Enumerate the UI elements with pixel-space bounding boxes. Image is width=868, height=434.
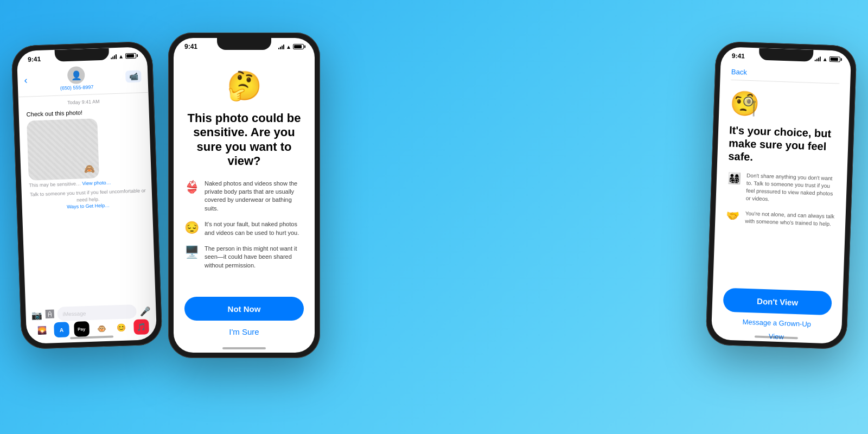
status-icons-right: ▲: [815, 56, 840, 63]
help-note: Talk to someone you trust if you feel un…: [29, 187, 147, 212]
battery-icon-center: [293, 44, 304, 49]
center-phone: 9:41 ▲ 🤔 This photo could be sensitive. …: [168, 33, 320, 358]
not-now-button[interactable]: Not Now: [184, 297, 304, 321]
appstore-app-icon[interactable]: A: [54, 322, 69, 337]
phone-number: (650) 555-8997: [60, 84, 94, 91]
camera-icon[interactable]: 📷: [31, 310, 42, 321]
right-info-list: 👨‍👩‍👧‍👦 Don't share anything you don't w…: [724, 171, 837, 283]
video-icon: 📹: [129, 72, 138, 81]
messages-content: Today 9:41 AM Check out this photo! 🙈 Th…: [18, 93, 153, 216]
home-indicator-center: [222, 347, 266, 349]
status-icons-center: ▲: [278, 44, 304, 50]
info-item-1: 👙 Naked photos and videos show the priva…: [184, 180, 304, 213]
left-phone: 9:41 ▲ ‹ 👤 (650) 555-8997 📹: [11, 41, 162, 350]
app-store-icon[interactable]: 🅰: [45, 309, 54, 320]
message-input[interactable]: iMessage: [57, 304, 137, 321]
video-button[interactable]: 📹: [125, 70, 142, 82]
time-right: 9:41: [732, 52, 745, 60]
right-info-text-1: Don't share anything you don't want to. …: [746, 172, 837, 206]
photos-app-icon[interactable]: 🌄: [34, 323, 49, 339]
right-info-emoji-1: 👨‍👩‍👧‍👦: [727, 171, 742, 185]
messages-nav: ‹ 👤 (650) 555-8997 📹: [17, 62, 149, 97]
wifi-icon-center: ▲: [286, 44, 291, 50]
im-sure-button[interactable]: I'm Sure: [229, 327, 259, 336]
info-text-3: The person in this might not want it see…: [205, 245, 304, 270]
info-list-center: 👙 Naked photos and videos show the priva…: [184, 180, 304, 270]
memoji-icon[interactable]: 😊: [113, 320, 129, 335]
info-item-2: 😔 It's not your fault, but naked photos …: [184, 220, 304, 237]
notch-left: [55, 48, 110, 61]
ways-to-help-link[interactable]: Ways to Get Help…: [67, 203, 110, 210]
back-button-left[interactable]: ‹: [24, 74, 28, 86]
right-info-emoji-2: 🤝: [726, 209, 740, 222]
signal-icon-left: [111, 54, 117, 59]
right-content: Back 🧐 It's your choice, but make sure y…: [711, 62, 851, 344]
center-phone-screen: 9:41 ▲ 🤔 This photo could be sensitive. …: [174, 38, 315, 353]
avatar-left: 👤: [67, 66, 85, 84]
right-title: It's your choice, but make sure you feel…: [728, 124, 838, 167]
mic-icon[interactable]: 🎤: [139, 306, 151, 317]
wifi-icon-left: ▲: [118, 53, 124, 59]
signal-icon-right: [815, 56, 821, 61]
right-main: 🧐 It's your choice, but make sure you fe…: [724, 80, 839, 292]
back-link-right[interactable]: Back: [731, 68, 747, 76]
music-icon[interactable]: 🎵: [133, 319, 149, 335]
center-buttons: Not Now I'm Sure: [184, 297, 304, 336]
right-info-item-2: 🤝 You're not alone, and can always talk …: [726, 209, 835, 228]
view-photo-link[interactable]: View photo…: [82, 180, 111, 186]
battery-icon-right: [829, 56, 840, 62]
right-info-text-2: You're not alone, and can always talk wi…: [745, 210, 835, 228]
info-emoji-3: 🖥️: [184, 245, 199, 259]
right-phone-screen: 9:41 ▲ Back 🧐 It's your choice, but make…: [711, 47, 852, 344]
dont-view-button[interactable]: Don't View: [723, 288, 832, 315]
time-center: 9:41: [184, 43, 197, 50]
contact-info[interactable]: 👤 (650) 555-8997: [59, 66, 93, 91]
sensitive-note: This may be sensitive… View photo…: [29, 178, 146, 188]
info-item-3: 🖥️ The person in this might not want it …: [184, 245, 304, 270]
time-left: 9:41: [28, 55, 41, 63]
right-buttons: Don't View Message a Grown-Up View: [722, 288, 832, 344]
battery-icon-left: [125, 53, 136, 59]
signal-icon-center: [278, 44, 284, 49]
monocle-emoji: 🧐: [730, 89, 839, 121]
status-icons-left: ▲: [111, 53, 136, 60]
info-emoji-2: 😔: [184, 221, 199, 235]
message-grownup-button[interactable]: Message a Grown-Up: [742, 318, 811, 328]
center-title: This photo could be sensitive. Are you s…: [184, 111, 304, 169]
right-info-item-1: 👨‍👩‍👧‍👦 Don't share anything you don't w…: [727, 171, 837, 206]
thinking-emoji: 🤔: [227, 69, 262, 103]
applepay-app-icon[interactable]: Pay: [74, 321, 90, 337]
notch-right: [759, 48, 814, 61]
hide-icon: 🙈: [84, 163, 95, 174]
info-emoji-1: 👙: [184, 180, 199, 194]
notch-center: [217, 38, 271, 50]
left-phone-screen: 9:41 ▲ ‹ 👤 (650) 555-8997 📹: [17, 47, 157, 344]
message-timestamp: Today 9:41 AM: [24, 97, 143, 107]
app-tray: 🌄 A Pay 🐵 😊 🎵: [31, 319, 151, 339]
message-text: Check out this photo!: [27, 107, 144, 118]
info-text-1: Naked photos and videos show the private…: [205, 180, 304, 213]
wifi-icon-right: ▲: [822, 56, 828, 62]
animoji-icon[interactable]: 🐵: [93, 321, 109, 336]
photo-bubble[interactable]: 🙈: [27, 118, 99, 180]
info-text-2: It's not your fault, but naked photos an…: [205, 220, 304, 237]
right-phone: 9:41 ▲ Back 🧐 It's your choice, but make…: [705, 41, 857, 350]
